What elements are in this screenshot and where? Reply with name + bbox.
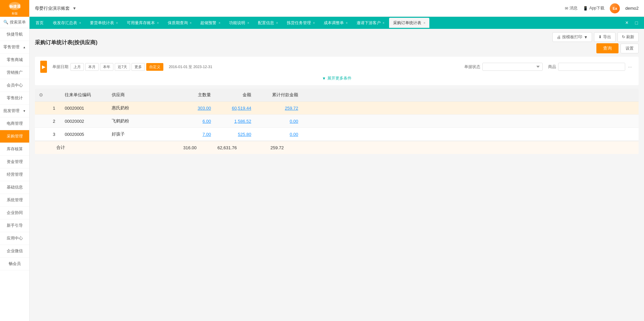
close-icon-stock[interactable]: × [79, 21, 81, 25]
footer-qty: 316.00 [160, 145, 201, 150]
sidebar-item-collab[interactable]: 企业协同 [0, 207, 29, 219]
retail-store-label: 零售商城 [7, 57, 23, 63]
sidebar-item-operations[interactable]: 经营管理 [0, 168, 29, 181]
tab-overstock[interactable]: 超储预警 × [196, 18, 224, 28]
query-label: 查询 [603, 46, 612, 51]
sidebar-item-newbie[interactable]: 新手引导 [0, 219, 29, 232]
sidebar-item-enterprise-wechat[interactable]: 企业微信 [0, 245, 29, 258]
tab-config[interactable]: 配置信息 × [254, 18, 282, 28]
sidebar-search[interactable]: 🔍 搜索菜单 [0, 17, 29, 28]
close-icon-purchase-stats[interactable]: × [423, 21, 425, 25]
row-code-cell: 00020001 [61, 102, 108, 115]
close-icon-overstock[interactable]: × [218, 21, 220, 25]
prev-month-btn[interactable]: 上月 [70, 63, 84, 71]
maximize-tab-button[interactable]: □ [633, 19, 640, 26]
sidebar-item-quick-nav[interactable]: 快捷导航 [0, 28, 29, 41]
close-icon-cost[interactable]: × [346, 21, 348, 25]
phone-icon: 📱 [583, 6, 588, 11]
close-tab-button[interactable]: × [623, 19, 630, 26]
table-settings-icon[interactable]: ⚙ [39, 92, 43, 98]
refresh-button[interactable]: ↻ 刷新 [618, 32, 639, 42]
close-icon-picking[interactable]: × [313, 21, 315, 25]
topbar-left: 母婴行业演示账套 ▼ [35, 5, 76, 11]
close-icon-order[interactable]: × [116, 21, 118, 25]
tab-picking[interactable]: 拣货任务管理 × [283, 18, 319, 28]
more-date-btn[interactable]: 更多 [131, 63, 145, 71]
goods-input[interactable] [558, 63, 625, 71]
tab-function-desc[interactable]: 功能说明 × [225, 18, 253, 28]
sidebar: 畅捷通 标版 🔍 搜索菜单 快捷导航 零售管理 ▲ 零售商城 营销推广 会员中心… [0, 0, 30, 321]
close-icon-invite[interactable]: × [383, 21, 385, 25]
sidebar-item-retail-store[interactable]: 零售商城 [0, 54, 29, 66]
avatar[interactable]: Ea [610, 3, 620, 13]
app-download-button[interactable]: 📱 App下载 [583, 5, 604, 11]
paid-link[interactable]: 0.00 [290, 132, 298, 137]
query-button[interactable]: 查询 [596, 43, 619, 53]
row-qty-cell: 303.00 [175, 102, 215, 115]
close-icon-expiry[interactable]: × [190, 21, 192, 25]
workspace-dropdown[interactable]: ▼ [72, 6, 76, 11]
qty-link[interactable]: 6.00 [203, 119, 211, 124]
col-extra-header [302, 89, 639, 102]
7days-btn[interactable]: 近7天 [115, 63, 130, 71]
tab-invite-downstream[interactable]: 邀请下游客户 × [353, 18, 389, 28]
amount-link[interactable]: 525.80 [238, 132, 251, 137]
tab-order-stats[interactable]: 要货单统计表 × [86, 18, 122, 28]
message-button[interactable]: ✉ 消息 [565, 5, 578, 11]
custom-date-btn[interactable]: 自定义 [146, 63, 163, 71]
app-download-label: App下载 [589, 5, 604, 11]
expand-more-btn[interactable]: ▼ 展开更多条件 [322, 75, 352, 81]
sidebar-item-retail-stats[interactable]: 零售统计 [0, 92, 29, 105]
amount-link[interactable]: 60,519.44 [232, 106, 251, 111]
settings-button[interactable]: 设置 [621, 44, 639, 53]
export-icon: ⬇ [598, 35, 602, 39]
tab-expiry[interactable]: 保质期查询 × [164, 18, 196, 28]
tab-home[interactable]: 首页 [31, 18, 48, 28]
toggle-filter-button[interactable]: ▶ [40, 61, 47, 73]
this-year-btn[interactable]: 本年 [100, 63, 113, 71]
tab-invite-downstream-label: 邀请下游客户 [357, 20, 381, 26]
sidebar-item-wholesale-mgmt[interactable]: 批发管理 ▼ [0, 105, 29, 117]
sidebar-item-finance[interactable]: 资金管理 [0, 156, 29, 168]
chevron-down-icon-wholesale: ▼ [23, 109, 26, 113]
enterprise-wechat-label: 企业微信 [7, 248, 23, 254]
qty-link[interactable]: 7.00 [203, 132, 211, 137]
filter-date-item: 单据日期 上月 本月 本年 近7天 更多 自定义 [52, 63, 163, 71]
username[interactable]: demo2 [625, 6, 639, 11]
sidebar-item-marketing[interactable]: 营销推广 [0, 66, 29, 79]
amount-link[interactable]: 1,586.52 [234, 119, 251, 124]
operations-label: 经营管理 [7, 172, 23, 177]
paid-link[interactable]: 0.00 [290, 119, 298, 124]
close-icon-config[interactable]: × [276, 21, 278, 25]
nav-tabs-controls: × □ [623, 19, 643, 26]
close-icon-avail[interactable]: × [157, 21, 159, 25]
tab-stock-summary[interactable]: 收发存汇总表 × [49, 18, 85, 28]
qty-link[interactable]: 303.00 [198, 106, 211, 111]
sidebar-item-purchase[interactable]: 采购管理 [0, 130, 29, 143]
tab-purchase-order-stats[interactable]: 采购订单统计表 × [389, 18, 429, 28]
sidebar-item-system[interactable]: 系统管理 [0, 194, 29, 207]
system-label: 系统管理 [7, 197, 23, 203]
status-select[interactable] [482, 63, 543, 71]
basic-info-label: 基础信息 [7, 184, 23, 190]
sidebar-item-member[interactable]: 畅会员 [0, 258, 29, 270]
sidebar-item-ecommerce[interactable]: 电商管理 [0, 117, 29, 130]
tab-cost-adj[interactable]: 成本调整单 × [320, 18, 352, 28]
page-header-actions: 🖨 按模板打印 ▼ ⬇ 导出 ↻ 刷新 查询 [552, 32, 639, 53]
this-month-btn[interactable]: 本月 [85, 63, 99, 71]
tab-available-inventory[interactable]: 可用量库存账本 × [123, 18, 163, 28]
sidebar-item-member-center[interactable]: 会员中心 [0, 79, 29, 92]
print-button[interactable]: 🖨 按模板打印 ▼ [552, 32, 592, 42]
col-amount-label: 金额 [243, 92, 251, 97]
close-icon-func[interactable]: × [247, 21, 249, 25]
sidebar-item-inventory[interactable]: 库存核算 [0, 143, 29, 156]
paid-link[interactable]: 259.72 [285, 106, 298, 111]
goods-dots-button[interactable]: ··· [627, 63, 633, 70]
sidebar-item-retail-mgmt[interactable]: 零售管理 ▲ [0, 41, 29, 54]
export-button[interactable]: ⬇ 导出 [594, 32, 615, 42]
sidebar-item-basic-info[interactable]: 基础信息 [0, 181, 29, 194]
sidebar-item-app-center[interactable]: 应用中心 [0, 232, 29, 245]
row-paid-cell: 0.00 [255, 128, 302, 141]
footer-label: 合计 [39, 145, 160, 151]
print-label: 按模板打印 [562, 34, 582, 40]
